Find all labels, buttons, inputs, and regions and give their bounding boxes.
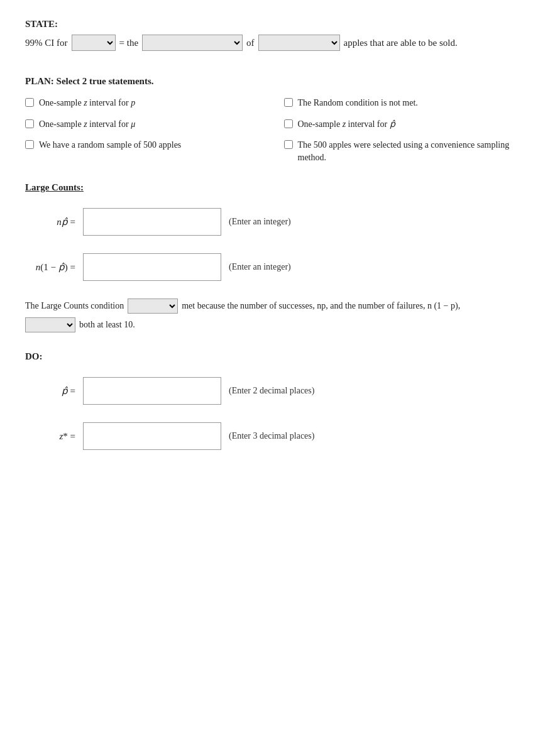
large-counts-label: Large Counts:: [25, 182, 530, 193]
np-row: np̂ = (Enter an integer): [25, 208, 530, 236]
state-section: STATE: 99% CI for p μ p̂ = the proportio…: [25, 19, 530, 51]
condition-row-1: The Large Counts condition is is not met…: [25, 299, 530, 314]
checkbox-item-3: One-sample z interval for μ: [25, 118, 272, 131]
checkbox-6[interactable]: [284, 140, 293, 149]
do-section: DO: p̂ = (Enter 2 decimal places) z* = (…: [25, 351, 530, 450]
np-input[interactable]: [83, 208, 221, 236]
population-dropdown[interactable]: all 500 selected: [258, 35, 340, 51]
checkbox-item-2: The Random condition is not met.: [284, 97, 530, 109]
n1p-row: n(1 − p̂) = (Enter an integer): [25, 253, 530, 281]
checkbox-4[interactable]: [284, 119, 293, 128]
of-text: of: [246, 38, 255, 48]
condition-text2: met because the number of successes, np,…: [182, 299, 460, 314]
checkbox-item-6: The 500 apples were selected using a con…: [284, 139, 530, 163]
checkbox-label-4: One-sample z interval for p̂: [298, 118, 395, 131]
phat-input[interactable]: [83, 377, 221, 405]
condition-is-dropdown[interactable]: is is not: [128, 299, 178, 314]
zstar-row: z* = (Enter 3 decimal places): [25, 422, 530, 450]
condition-text3: both at least 10.: [79, 317, 135, 332]
condition-text1: The Large Counts condition: [25, 299, 124, 314]
suffix-text: apples that are able to be sold.: [344, 38, 458, 48]
large-counts-condition-block: The Large Counts condition is is not met…: [25, 299, 530, 332]
n1p-input[interactable]: [83, 253, 221, 281]
checkbox-1[interactable]: [25, 98, 34, 107]
equals-the-text: = the: [119, 38, 139, 48]
checkbox-label-5: We have a random sample of 500 apples: [39, 139, 181, 151]
checkbox-label-3: One-sample z interval for μ: [39, 118, 135, 131]
checkbox-label-6: The 500 apples were selected using a con…: [298, 139, 530, 163]
condition-row-2: are are not both at least 10.: [25, 317, 530, 332]
checkbox-2[interactable]: [284, 98, 293, 107]
checkbox-item-1: One-sample z interval for p: [25, 97, 272, 109]
phat-row: p̂ = (Enter 2 decimal places): [25, 377, 530, 405]
plan-label: PLAN: Select 2 true statements.: [25, 76, 530, 87]
condition-are-dropdown[interactable]: are are not: [25, 317, 75, 332]
phat-label: p̂ =: [25, 385, 75, 397]
checkbox-label-2: The Random condition is not met.: [298, 97, 418, 109]
checkbox-item-4: One-sample z interval for p̂: [284, 118, 530, 131]
checkbox-5[interactable]: [25, 140, 34, 149]
state-label: STATE:: [25, 19, 530, 30]
zstar-input[interactable]: [83, 422, 221, 450]
phat-hint: (Enter 2 decimal places): [229, 386, 314, 396]
np-hint: (Enter an integer): [229, 217, 291, 227]
checkboxes-grid: One-sample z interval for p The Random c…: [25, 97, 530, 163]
ci-parameter-dropdown[interactable]: p μ p̂: [72, 35, 116, 51]
checkbox-label-1: One-sample z interval for p: [39, 97, 135, 109]
zstar-label: z* =: [25, 431, 75, 442]
state-row: 99% CI for p μ p̂ = the proportion mean …: [25, 35, 530, 51]
large-counts-section: Large Counts: np̂ = (Enter an integer) n…: [25, 182, 530, 332]
n1p-hint: (Enter an integer): [229, 262, 291, 272]
ci-prefix-text: 99% CI for: [25, 38, 68, 48]
zstar-hint: (Enter 3 decimal places): [229, 431, 314, 441]
proportion-type-dropdown[interactable]: proportion mean count: [142, 35, 243, 51]
n1p-label: n(1 − p̂) =: [25, 261, 75, 273]
checkbox-3[interactable]: [25, 119, 34, 128]
checkbox-item-5: We have a random sample of 500 apples: [25, 139, 272, 163]
do-label: DO:: [25, 351, 530, 362]
plan-section: PLAN: Select 2 true statements. One-samp…: [25, 76, 530, 163]
np-label: np̂ =: [25, 216, 75, 227]
